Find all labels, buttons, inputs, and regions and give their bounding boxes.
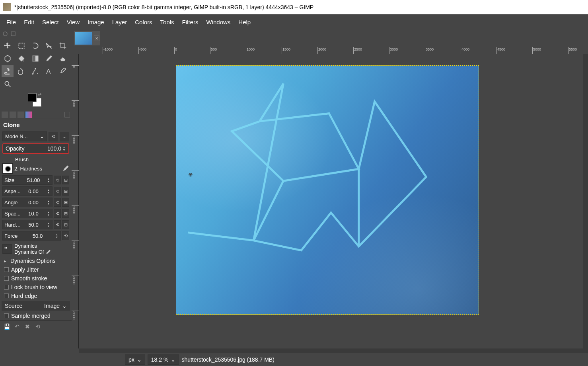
eraser-tool[interactable] bbox=[57, 53, 69, 65]
device-status-tab[interactable] bbox=[10, 112, 16, 118]
force-slider[interactable]: Force50.0▴▾ bbox=[2, 231, 61, 241]
dynamics-icon[interactable] bbox=[2, 244, 12, 254]
canvas[interactable]: ⊕ bbox=[79, 54, 583, 348]
fuzzy-select-tool[interactable] bbox=[43, 40, 55, 52]
aspect-reset[interactable]: ⟲ bbox=[54, 187, 61, 196]
crop-tool[interactable] bbox=[57, 40, 69, 52]
document-tabs: ✕ bbox=[72, 29, 588, 47]
panel-menu-icon[interactable] bbox=[64, 112, 70, 117]
dynamics-edit-icon[interactable] bbox=[45, 249, 51, 255]
chevron-down-icon: ⌄ bbox=[62, 303, 67, 309]
restore-preset-icon[interactable]: ↶ bbox=[14, 323, 21, 330]
zoom-select[interactable]: 18.2 %⌄ bbox=[148, 354, 179, 365]
ruler-vertical[interactable]: 0500100015002000250030003500 bbox=[72, 54, 79, 348]
menubar: File Edit Select View Image Layer Colors… bbox=[0, 14, 588, 29]
menu-select[interactable]: Select bbox=[39, 17, 62, 27]
size-reset[interactable]: ⟲ bbox=[54, 176, 61, 184]
document-tab[interactable]: ✕ bbox=[74, 31, 100, 45]
smudge-tool[interactable] bbox=[16, 65, 27, 77]
move-tool[interactable] bbox=[2, 40, 14, 52]
close-tab-icon[interactable]: ✕ bbox=[94, 35, 99, 41]
canvas-area: ✕ -1000-50005001000150020002500300035004… bbox=[72, 29, 588, 366]
tool-options-tab[interactable] bbox=[2, 112, 8, 118]
ruler-horizontal[interactable]: -1000-5000500100015002000250030003500400… bbox=[79, 47, 588, 54]
document-thumbnail bbox=[75, 32, 92, 45]
rect-select-tool[interactable] bbox=[16, 40, 27, 52]
hardness-reset[interactable]: ⟲ bbox=[54, 220, 61, 229]
canvas-image: ⊕ bbox=[176, 65, 479, 315]
menu-edit[interactable]: Edit bbox=[21, 17, 37, 27]
tool-grid: A bbox=[0, 38, 72, 92]
lock-brush-checkbox[interactable]: Lock brush to view bbox=[0, 283, 72, 292]
path-tool[interactable] bbox=[29, 65, 41, 77]
menu-windows[interactable]: Windows bbox=[203, 17, 234, 27]
swap-colors-icon[interactable]: ⇄ bbox=[38, 92, 41, 97]
aspect-link[interactable]: ⊟ bbox=[62, 187, 69, 196]
apply-jitter-checkbox[interactable]: Apply Jitter bbox=[0, 265, 72, 274]
unit-select[interactable]: px⌄ bbox=[125, 354, 145, 365]
hard-edge-checkbox[interactable]: Hard edge bbox=[0, 292, 72, 300]
chevron-down-icon: ⌄ bbox=[137, 356, 142, 363]
menu-tools[interactable]: Tools bbox=[157, 17, 177, 27]
brush-preview[interactable] bbox=[2, 163, 13, 174]
aspect-slider[interactable]: Aspe...0.00▴▾ bbox=[2, 186, 53, 196]
svg-rect-4 bbox=[32, 56, 35, 62]
save-preset-icon[interactable]: 💾 bbox=[3, 323, 10, 330]
scrollbar-horizontal[interactable] bbox=[79, 348, 588, 353]
angle-slider[interactable]: Angle0.00▴▾ bbox=[2, 198, 53, 207]
bucket-fill-tool[interactable] bbox=[16, 53, 27, 65]
zoom-tool[interactable] bbox=[2, 78, 14, 90]
opacity-slider[interactable]: Opacity 100.0 ▲▼ bbox=[2, 143, 69, 154]
images-tab[interactable] bbox=[25, 112, 32, 118]
angle-reset[interactable]: ⟲ bbox=[54, 198, 61, 207]
svg-point-8 bbox=[5, 81, 9, 85]
force-reset[interactable]: ⟲ bbox=[62, 231, 69, 240]
sample-merged-checkbox[interactable]: Sample merged bbox=[0, 311, 72, 320]
hardness-link[interactable]: ⊟ bbox=[62, 220, 69, 229]
reset-preset-icon[interactable]: ⟲ bbox=[34, 323, 41, 330]
angle-link[interactable]: ⊟ bbox=[62, 198, 69, 207]
text-tool[interactable]: A bbox=[43, 65, 55, 77]
brush-edit-icon[interactable] bbox=[62, 165, 69, 172]
spacing-reset[interactable]: ⟲ bbox=[54, 209, 61, 218]
menu-layer[interactable]: Layer bbox=[109, 17, 130, 27]
mode-reset-button[interactable]: ⟲ bbox=[49, 132, 58, 141]
spacing-link[interactable]: ⊟ bbox=[62, 209, 69, 218]
clone-tool[interactable] bbox=[2, 65, 14, 77]
dynamics-options-expand[interactable]: ▸Dynamics Options bbox=[0, 256, 72, 265]
menu-filters[interactable]: Filters bbox=[179, 17, 202, 27]
smooth-stroke-checkbox[interactable]: Smooth stroke bbox=[0, 274, 72, 283]
delete-preset-icon[interactable]: ✖ bbox=[24, 323, 31, 330]
size-slider[interactable]: Size51.00▴▾ bbox=[2, 175, 53, 185]
gradient-tool[interactable] bbox=[29, 53, 41, 65]
pencil-tool[interactable] bbox=[43, 53, 55, 65]
mode-menu-button[interactable]: ⌄ bbox=[60, 132, 69, 141]
expand-icon: ▸ bbox=[4, 258, 6, 264]
svg-point-5 bbox=[32, 73, 33, 74]
menu-image[interactable]: Image bbox=[84, 17, 107, 27]
tab-shape-icon[interactable] bbox=[10, 31, 16, 37]
svg-rect-2 bbox=[19, 43, 24, 48]
size-link[interactable]: ⊟ bbox=[62, 176, 69, 184]
app-icon bbox=[3, 3, 11, 11]
svg-point-6 bbox=[35, 68, 36, 69]
hardness-slider[interactable]: Hardn...50.0▴▾ bbox=[2, 220, 53, 229]
color-picker-tool[interactable] bbox=[57, 65, 69, 77]
source-select[interactable]: Source Image⌄ bbox=[2, 301, 70, 311]
menu-help[interactable]: Help bbox=[235, 17, 254, 27]
scrollbar-vertical[interactable] bbox=[583, 54, 588, 348]
mode-select[interactable]: Mode N... ⌄ bbox=[2, 131, 47, 141]
undo-history-tab[interactable] bbox=[18, 112, 24, 118]
image-content bbox=[176, 66, 479, 314]
opacity-spinner[interactable]: ▲▼ bbox=[62, 146, 66, 151]
menu-file[interactable]: File bbox=[3, 17, 19, 27]
foreground-color[interactable] bbox=[28, 93, 37, 102]
free-select-tool[interactable] bbox=[29, 40, 41, 52]
title-text: *[shutterstock_2535506] (imported)-8.0 (… bbox=[14, 4, 313, 10]
tab-shape-icon[interactable] bbox=[2, 31, 8, 37]
svg-text:A: A bbox=[47, 68, 51, 75]
menu-view[interactable]: View bbox=[64, 17, 83, 27]
menu-colors[interactable]: Colors bbox=[132, 17, 155, 27]
transform-tool[interactable] bbox=[2, 53, 14, 65]
spacing-slider[interactable]: Spac...10.0▴▾ bbox=[2, 209, 53, 218]
